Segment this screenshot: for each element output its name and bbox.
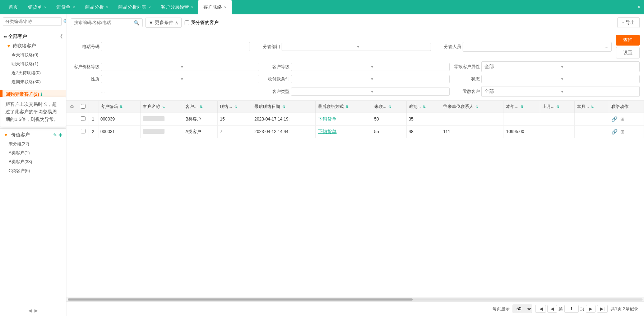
retail-customer-select[interactable]: 全部 ▼ — [481, 86, 640, 97]
close-icon[interactable]: × — [191, 5, 193, 9]
export-icon: ↑ — [622, 20, 625, 25]
row-checkbox[interactable] — [81, 129, 85, 133]
action-grid-icon[interactable]: ⊞ — [620, 129, 625, 135]
status-select[interactable]: ▼ — [481, 75, 640, 83]
nav-item-purchase[interactable]: 进货单 × — [51, 0, 80, 14]
query-button[interactable]: 查询 — [616, 35, 640, 46]
this-year-cell: 10995.00 — [504, 126, 540, 138]
horizontal-scrollbar[interactable] — [66, 297, 644, 301]
sidebar-item-tomorrow[interactable]: 明天待联络(1) — [3, 60, 66, 69]
close-all-button[interactable]: × — [637, 4, 640, 10]
checkbox-cell[interactable] — [78, 113, 88, 126]
search-icon[interactable]: 🔍 — [63, 19, 66, 24]
sidebar-item-class-a[interactable]: A类客户(1) — [0, 148, 66, 157]
last-page-button[interactable]: ▶| — [597, 305, 608, 313]
scrollbar-track[interactable] — [68, 298, 643, 301]
phone-input[interactable] — [101, 42, 250, 51]
sidebar-item-ungroup[interactable]: 未分组(32) — [0, 140, 66, 148]
per-page-select[interactable]: 50 100 200 — [513, 305, 532, 313]
export-button[interactable]: ↑ 导出 — [617, 17, 640, 28]
checkbox-cell[interactable] — [78, 126, 88, 138]
payment-select[interactable]: ▼ — [291, 75, 449, 83]
sort-icon: ⇅ — [388, 105, 391, 109]
grade-select[interactable]: ▼ — [291, 63, 449, 71]
price-grade-select[interactable]: ▼ — [101, 63, 259, 71]
overdue-col-header[interactable]: 逾期... ⇅ — [406, 101, 441, 113]
sidebar-search-input[interactable] — [3, 17, 62, 26]
last-contact-method-cell[interactable]: 下销货单 — [316, 126, 372, 138]
nav-item-customer-layers[interactable]: 客户分层经营 × — [156, 0, 198, 14]
last-contact-date-col-header[interactable]: 最后联络日期 ⇅ — [252, 101, 316, 113]
arrow-icon: ▼ — [6, 43, 11, 49]
close-icon[interactable]: × — [224, 5, 226, 9]
page-input[interactable] — [564, 305, 579, 313]
info-icon: ℹ — [41, 92, 42, 97]
first-page-button[interactable]: |◀ — [535, 305, 546, 313]
manager-input-wrapper: ··· — [463, 42, 612, 52]
retail-attr-select[interactable]: 全部 ▼ — [481, 61, 640, 72]
nav-item-sales[interactable]: 销货单 × — [23, 0, 51, 14]
edit-icon[interactable]: ✎ — [53, 132, 57, 138]
this-month-cell — [574, 126, 609, 138]
close-icon[interactable]: × — [73, 5, 75, 9]
contact-count-col-header[interactable]: 联络... ⇅ — [218, 101, 252, 113]
dept-select[interactable]: ▼ — [282, 43, 431, 51]
chevron-down-icon: ▼ — [356, 45, 428, 49]
sidebar-item-class-b[interactable]: B类客户(33) — [0, 157, 66, 166]
setting-button[interactable]: 设置 — [616, 47, 640, 58]
type-col-header[interactable]: 客户... ⇅ — [183, 101, 218, 113]
select-all-checkbox[interactable] — [81, 104, 85, 109]
unit-contact-cell — [441, 113, 504, 126]
action-link-icon[interactable]: 🔗 — [611, 116, 617, 122]
last-contact-method-col-header[interactable]: 最后联络方式 ⇅ — [316, 101, 372, 113]
row-checkbox[interactable] — [81, 116, 85, 121]
chevron-down-icon: ▼ — [370, 65, 446, 69]
checkbox-col-header[interactable] — [78, 101, 88, 113]
unit-contact-col-header[interactable]: 往来单位联系人 ⇅ — [441, 101, 504, 113]
last-month-col-header[interactable]: 上月... ⇅ — [540, 101, 574, 113]
nav-item-customer-contact[interactable]: 客户联络 × — [198, 0, 231, 14]
more-filter-button[interactable]: ▼ 更多条件 ∧ — [145, 18, 182, 28]
next-arrow[interactable]: ▶ — [34, 308, 38, 313]
collapse-icon[interactable]: 《 — [58, 33, 62, 40]
plus-icon[interactable]: ✚ — [59, 132, 62, 138]
close-icon[interactable]: × — [106, 5, 108, 9]
uncontacted-col-header[interactable]: 未联... ⇅ — [372, 101, 406, 113]
sidebar-item-today[interactable]: 今天待联络(0) — [3, 51, 66, 60]
action-link-icon[interactable]: 🔗 — [611, 129, 617, 135]
more-icon[interactable]: ··· — [604, 44, 608, 49]
nature-select[interactable]: ▼ — [101, 75, 259, 83]
this-month-col-header[interactable]: 本月... ⇅ — [574, 101, 609, 113]
nav-item-home[interactable]: 首页 — [4, 0, 23, 14]
prev-page-button[interactable]: ◀ — [547, 305, 557, 313]
value-customer-group-title[interactable]: ▼ 价值客户 ✎ ✚ — [0, 130, 66, 140]
next-page-button[interactable]: ▶ — [586, 305, 596, 313]
code-col-header[interactable]: 客户编码 ⇅ — [98, 101, 140, 113]
sidebar-all-customers[interactable]: ▪▪ 全部客户 《 — [0, 32, 66, 41]
search-icon[interactable]: 🔍 — [134, 20, 139, 25]
close-icon[interactable]: × — [148, 5, 150, 9]
customer-type-select[interactable]: ▼ — [291, 88, 449, 96]
nav-item-analysis-list[interactable]: 商品分析列表 × — [113, 0, 156, 14]
last-contact-method-cell[interactable]: 下销货单 — [316, 113, 372, 126]
my-customer-checkbox-wrapper[interactable]: 我分管的客户 — [185, 19, 219, 26]
table-row: 1 000039 B类客户 15 2023-04-17 14:19: 下销货单 … — [66, 113, 644, 126]
chevron-down-icon: ▼ — [180, 65, 256, 69]
contact-count-cell: 15 — [218, 113, 252, 126]
close-icon[interactable]: × — [44, 5, 46, 9]
name-col-header[interactable]: 客户名称 ⇅ — [140, 101, 183, 113]
settings-col-header[interactable]: ⚙ — [66, 101, 78, 113]
sidebar-item-class-c[interactable]: C类客户(6) — [0, 166, 66, 175]
prev-arrow[interactable]: ◀ — [28, 308, 32, 313]
this-year-col-header[interactable]: 本年... ⇅ — [504, 101, 540, 113]
my-customer-checkbox[interactable] — [185, 20, 189, 25]
scrollbar-thumb[interactable] — [68, 298, 413, 301]
nav-item-analysis[interactable]: 商品分析 × — [80, 0, 113, 14]
more-dots-btn[interactable]: ··· — [101, 89, 105, 94]
pending-contact-title[interactable]: ▼ 待联络客户 — [3, 41, 66, 51]
action-grid-icon[interactable]: ⊞ — [620, 116, 625, 122]
top-nav: 首页 销货单 × 进货单 × 商品分析 × 商品分析列表 × 客户分层经营 × … — [0, 0, 644, 14]
search-input[interactable] — [74, 20, 134, 25]
sidebar-item-overdue[interactable]: 逾期未联络(30) — [3, 77, 66, 86]
sidebar-item-7days[interactable]: 近7天待联络(0) — [3, 69, 66, 77]
